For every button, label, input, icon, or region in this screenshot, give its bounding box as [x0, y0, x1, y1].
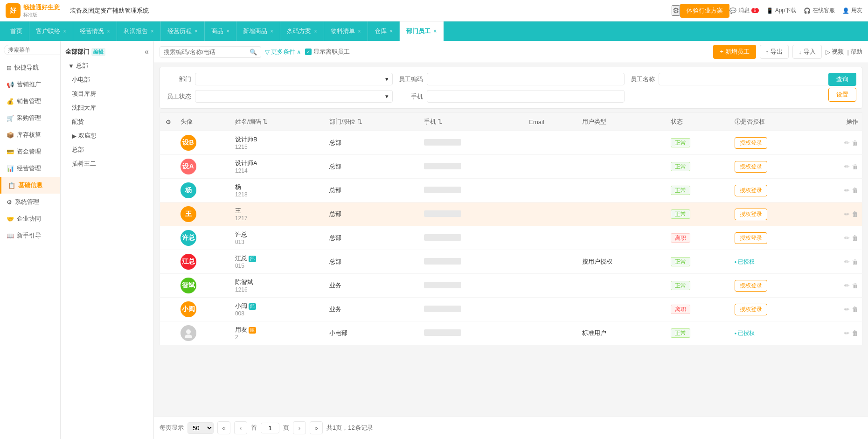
edit-button[interactable]: ✏: [844, 187, 850, 194]
phone-filter-input[interactable]: [427, 90, 625, 103]
sidebar-item-sales[interactable]: 💰 销售管理: [0, 93, 60, 110]
dept-node-shenyang[interactable]: 沈阳大库: [61, 101, 153, 115]
first-page-button[interactable]: «: [217, 421, 230, 434]
col-phone[interactable]: 手机 ⇅: [420, 113, 525, 131]
dept-node-hq[interactable]: 总部: [61, 143, 153, 157]
import-button[interactable]: ↓ 导入: [792, 45, 822, 59]
dept-filter-select[interactable]: ▾: [195, 73, 393, 85]
delete-button[interactable]: 🗑: [852, 187, 858, 194]
col-settings[interactable]: ⚙: [160, 113, 177, 131]
online-service-button[interactable]: 🎧 在线客服: [804, 7, 835, 14]
auth-login-button[interactable]: 授权登录: [735, 185, 767, 196]
tab-close-barcode[interactable]: ×: [314, 28, 317, 35]
tab-home[interactable]: 首页: [4, 21, 29, 41]
sidebar-item-finance[interactable]: 💳 资金管理: [0, 143, 60, 160]
sidebar-item-system[interactable]: ⚙ 系统管理: [0, 194, 60, 210]
sidebar-item-basic[interactable]: 📋 基础信息: [0, 177, 60, 194]
tab-customer[interactable]: 客户联络×: [29, 21, 73, 41]
dept-edit-tag[interactable]: 编辑: [91, 48, 105, 56]
auth-login-button[interactable]: 授权登录: [735, 304, 767, 315]
status-filter-select[interactable]: ▾: [195, 90, 393, 103]
sidebar-item-stock[interactable]: 📦 库存核算: [0, 126, 60, 143]
tab-warehouse[interactable]: 仓库×: [368, 21, 400, 41]
auth-login-button[interactable]: 授权登录: [735, 232, 767, 244]
sidebar-item-nav[interactable]: ⊞ 快捷导航: [0, 59, 60, 76]
export-button[interactable]: ↑ 导出: [760, 45, 789, 59]
edit-button[interactable]: ✏: [844, 163, 850, 170]
tab-close-goods[interactable]: ×: [226, 28, 229, 35]
dept-node-project[interactable]: 项目库房: [61, 87, 153, 101]
dept-node-chashuwang[interactable]: 插树王二: [61, 157, 153, 171]
page-size-select[interactable]: 50 20 100: [187, 422, 214, 434]
col-name[interactable]: 姓名/编码 ⇅: [231, 113, 326, 131]
dept-node-shuangmiao[interactable]: ▶ 双庙想: [61, 129, 153, 143]
delete-button[interactable]: 🗑: [852, 139, 858, 146]
auth-login-button[interactable]: 授权登录: [735, 280, 767, 292]
show-resigned-toggle[interactable]: ✓ 显示离职员工: [305, 48, 350, 56]
query-button[interactable]: 查询: [828, 73, 856, 86]
help-button[interactable]: | 帮助: [847, 48, 862, 56]
tab-close-customer[interactable]: ×: [63, 28, 66, 35]
tab-history[interactable]: 经营历程×: [161, 21, 205, 41]
sidebar-item-operations-mgmt[interactable]: 📊 经营管理: [0, 160, 60, 177]
delete-button[interactable]: 🗑: [852, 163, 858, 170]
code-filter-input[interactable]: [427, 73, 625, 85]
delete-button[interactable]: 🗑: [852, 210, 858, 218]
app-download-button[interactable]: 📱 App下载: [766, 7, 796, 14]
delete-button[interactable]: 🗑: [852, 306, 858, 313]
set-button[interactable]: 设置: [828, 88, 856, 102]
more-filter-button[interactable]: ▽ 更多条件 ∧: [265, 48, 301, 56]
trial-button[interactable]: 体验行业方案: [680, 4, 729, 18]
tab-close-staff[interactable]: ×: [433, 28, 437, 35]
dept-collapse-btn[interactable]: «: [145, 48, 149, 56]
sidebar-item-purchase[interactable]: 🛒 采购管理: [0, 110, 60, 126]
delete-button[interactable]: 🗑: [852, 329, 858, 337]
page-input[interactable]: [261, 423, 279, 433]
auth-login-button[interactable]: 授权登录: [735, 161, 767, 173]
dept-node-xiaodian[interactable]: 小电部: [61, 73, 153, 87]
sidebar-item-marketing[interactable]: 📢 营销推广: [0, 76, 60, 93]
edit-button[interactable]: ✏: [844, 234, 850, 242]
gear-button[interactable]: ⚙: [672, 5, 680, 16]
tab-close-warehouse[interactable]: ×: [389, 28, 393, 35]
edit-button[interactable]: ✏: [844, 210, 850, 218]
search-input[interactable]: [164, 49, 248, 56]
prev-page-button[interactable]: ‹: [234, 421, 247, 434]
tab-operations[interactable]: 经营情况×: [73, 21, 117, 41]
delete-button[interactable]: 🗑: [852, 258, 858, 265]
video-button[interactable]: ▷ 视频: [826, 48, 844, 56]
auth-login-button[interactable]: 授权登录: [735, 137, 767, 149]
tab-close-history[interactable]: ×: [194, 28, 198, 35]
last-page-button[interactable]: »: [310, 421, 323, 434]
tab-goods[interactable]: 商品×: [205, 21, 236, 41]
tab-add-goods[interactable]: 新增商品×: [236, 21, 280, 41]
message-button[interactable]: 💬 消息 6: [729, 7, 759, 14]
edit-button[interactable]: ✏: [844, 306, 850, 313]
delete-button[interactable]: 🗑: [852, 282, 858, 289]
sidebar-search-input[interactable]: [4, 45, 61, 55]
edit-button[interactable]: ✏: [844, 282, 850, 289]
tab-close-bom[interactable]: ×: [358, 28, 361, 35]
edit-button[interactable]: ✏: [844, 139, 850, 146]
next-page-button[interactable]: ›: [293, 421, 306, 434]
sidebar-item-guide[interactable]: 📖 新手引导: [0, 227, 60, 244]
tab-bom[interactable]: 物料清单×: [324, 21, 368, 41]
add-staff-button[interactable]: + 新增员工: [713, 45, 756, 59]
edit-button[interactable]: ✏: [844, 258, 850, 265]
tab-staff[interactable]: 部门员工×: [400, 21, 444, 41]
edit-button[interactable]: ✏: [844, 329, 850, 337]
tab-profit[interactable]: 利润报告×: [117, 21, 161, 41]
auth-login-button[interactable]: 授权登录: [735, 209, 767, 220]
delete-button[interactable]: 🗑: [852, 234, 858, 242]
tab-close-operations[interactable]: ×: [107, 28, 110, 35]
resigned-checkbox[interactable]: ✓: [305, 49, 312, 55]
dept-node-hq-root[interactable]: ▼ 总部: [61, 59, 153, 73]
sidebar-item-collab[interactable]: 🤝 企业协同: [0, 210, 60, 227]
tab-close-profit[interactable]: ×: [151, 28, 154, 35]
dept-node-distribution[interactable]: 配货: [61, 115, 153, 129]
tab-barcode[interactable]: 条码方案×: [280, 21, 324, 41]
col-dept[interactable]: 部门/职位 ⇅: [326, 113, 420, 131]
name-filter-input[interactable]: [659, 73, 856, 85]
tab-close-add-goods[interactable]: ×: [270, 28, 273, 35]
user-button[interactable]: 👤 用友: [842, 7, 862, 14]
